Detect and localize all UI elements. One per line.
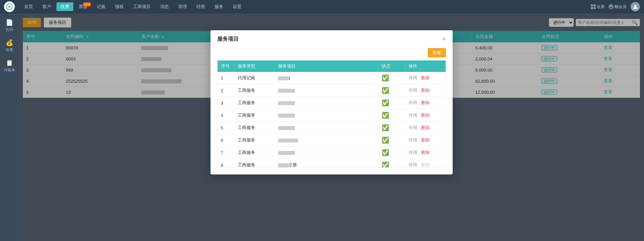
modal-cell-item <box>275 134 378 147</box>
modal-new-button[interactable]: 新建 <box>428 48 446 57</box>
app-logo[interactable] <box>4 1 15 12</box>
svg-rect-1 <box>591 5 593 6</box>
contract-icon: 📄 <box>6 19 13 26</box>
delete-button: 删除 <box>421 162 430 167</box>
modal-cell-action: 停用 删除 <box>405 147 446 159</box>
delete-button[interactable]: 删除 <box>421 113 430 118</box>
new-badge: new <box>83 2 91 6</box>
status-check-icon: ✅ <box>382 112 389 119</box>
status-check-icon: ✅ <box>382 87 389 94</box>
modal-cell-status: ✅ <box>378 72 405 84</box>
stop-button[interactable]: 停用 <box>409 125 417 130</box>
modal-table-row: 6 工商服务 ✅ 停用 删除 <box>218 134 446 147</box>
modal-table-row: 8 工商服务 注册 ✅ 停用 删除 <box>218 159 446 168</box>
modal-cell-item <box>275 97 378 109</box>
statement-icon: 📋 <box>6 59 13 67</box>
stop-button[interactable]: 停用 <box>409 88 417 93</box>
modal-cell-item: 注册 <box>275 159 378 168</box>
nav-home[interactable]: 首页 <box>20 2 37 11</box>
modal-header: 服务项目 × <box>211 30 453 45</box>
delete-button[interactable]: 删除 <box>421 100 430 105</box>
nav-manage[interactable]: 管理 <box>174 2 191 11</box>
sidebar-item-contract[interactable]: 📄 合同 <box>1 16 18 35</box>
modal-cell-item <box>275 109 378 122</box>
delete-button[interactable]: 删除 <box>421 75 430 80</box>
status-check-icon: ✅ <box>382 149 389 156</box>
stop-button[interactable]: 停用 <box>409 162 417 167</box>
sidebar-label-fees: 收费 <box>6 47 13 52</box>
sidebar-item-fees[interactable]: 💰 收费 <box>1 36 18 55</box>
nav-invoice[interactable]: 票据 new <box>75 2 91 11</box>
nav-tax[interactable]: 报税 <box>111 2 128 11</box>
status-check-icon: ✅ <box>382 75 389 81</box>
stop-button[interactable]: 停用 <box>409 137 417 143</box>
nav-bookkeeping[interactable]: 记账 <box>93 2 110 11</box>
modal-cell-action: 停用 删除 <box>405 109 446 122</box>
delete-button[interactable]: 删除 <box>421 125 430 130</box>
modal-cell-seq: 6 <box>218 134 234 147</box>
modal-cell-status: ✅ <box>378 97 405 109</box>
stop-button[interactable]: 停用 <box>409 100 417 105</box>
delete-button[interactable]: 删除 <box>421 88 430 93</box>
fullscreen-btn[interactable]: 全屏 <box>591 4 605 10</box>
svg-rect-3 <box>591 7 593 9</box>
user-avatar[interactable] <box>631 2 640 11</box>
modal-cell-seq: 2 <box>218 84 234 97</box>
modal-cell-type: 工商服务 <box>234 134 275 147</box>
delete-button[interactable]: 删除 <box>421 137 430 143</box>
modal-cell-type: 工商服务 <box>234 109 275 122</box>
service-items-modal: 服务项目 × 新建 序号 服务类型 服务项目 状态 操作 <box>211 30 453 174</box>
modal-table-row: 2 工商服务 ✅ 停用 删除 <box>218 84 446 97</box>
member-btn[interactable]: 畅会员 <box>609 4 627 10</box>
stop-button[interactable]: 停用 <box>409 75 417 80</box>
nav-settings[interactable]: 设置 <box>229 2 245 11</box>
modal-cell-type: 工商服务 <box>234 147 275 159</box>
nav-operation[interactable]: 经营 <box>192 2 209 11</box>
modal-cell-type: 工商服务 <box>234 84 275 97</box>
fees-icon: 💰 <box>6 39 13 46</box>
stop-button[interactable]: 停用 <box>409 150 417 155</box>
top-navigation: 首页 客户 收费 票据 new 记账 报税 工商项目 消息 管理 经营 服务 设… <box>0 0 644 13</box>
modal-close-button[interactable]: × <box>442 36 446 43</box>
modal-cell-status: ✅ <box>378 122 405 134</box>
nav-fees[interactable]: 收费 <box>56 2 73 11</box>
svg-rect-2 <box>594 5 595 6</box>
modal-cell-seq: 8 <box>218 159 234 168</box>
modal-cell-item <box>275 84 378 97</box>
modal-cell-action: 停用 删除 <box>405 134 446 147</box>
modal-toolbar: 新建 <box>211 45 453 60</box>
modal-body: 序号 服务类型 服务项目 状态 操作 1 代理记账 1 ✅ 停用 删除 <box>211 60 453 174</box>
delete-button[interactable]: 删除 <box>421 150 430 155</box>
modal-table-header: 序号 服务类型 服务项目 状态 操作 <box>218 61 446 72</box>
modal-cell-action: 停用 删除 <box>405 72 446 84</box>
svg-point-6 <box>611 5 612 6</box>
sidebar: 📄 合同 💰 收费 📋 对账单 <box>0 13 19 241</box>
modal-cell-status: ✅ <box>378 134 405 147</box>
modal-col-action: 操作 <box>405 61 446 72</box>
modal-table-row: 3 工商服务 ✅ 停用 删除 <box>218 97 446 109</box>
modal-cell-status: ✅ <box>378 84 405 97</box>
status-check-icon: ✅ <box>382 137 389 144</box>
nav-message[interactable]: 消息 <box>156 2 173 11</box>
modal-cell-seq: 3 <box>218 97 234 109</box>
stop-button[interactable]: 停用 <box>409 113 417 118</box>
status-check-icon: ✅ <box>382 124 389 131</box>
modal-col-seq: 序号 <box>218 61 234 72</box>
modal-col-status: 状态 <box>378 61 405 72</box>
modal-cell-action: 停用 删除 <box>405 159 446 168</box>
modal-table-row: 1 代理记账 1 ✅ 停用 删除 <box>218 72 446 84</box>
nav-business[interactable]: 工商项目 <box>129 2 155 11</box>
modal-cell-seq: 1 <box>218 72 234 84</box>
nav-customer[interactable]: 客户 <box>38 2 55 11</box>
modal-table-row: 4 工商服务 ✅ 停用 删除 <box>218 109 446 122</box>
sidebar-item-statement[interactable]: 📋 对账单 <box>1 56 18 75</box>
modal-cell-action: 停用 删除 <box>405 122 446 134</box>
service-items-table: 序号 服务类型 服务项目 状态 操作 1 代理记账 1 ✅ 停用 删除 <box>218 61 446 168</box>
modal-cell-status: ✅ <box>378 109 405 122</box>
modal-col-item: 服务项目 <box>275 61 378 72</box>
modal-cell-seq: 5 <box>218 122 234 134</box>
modal-scroll-area[interactable]: 序号 服务类型 服务项目 状态 操作 1 代理记账 1 ✅ 停用 删除 <box>217 60 446 168</box>
status-check-icon: ✅ <box>382 99 389 106</box>
sidebar-label-statement: 对账单 <box>4 68 15 73</box>
nav-service[interactable]: 服务 <box>211 2 227 11</box>
